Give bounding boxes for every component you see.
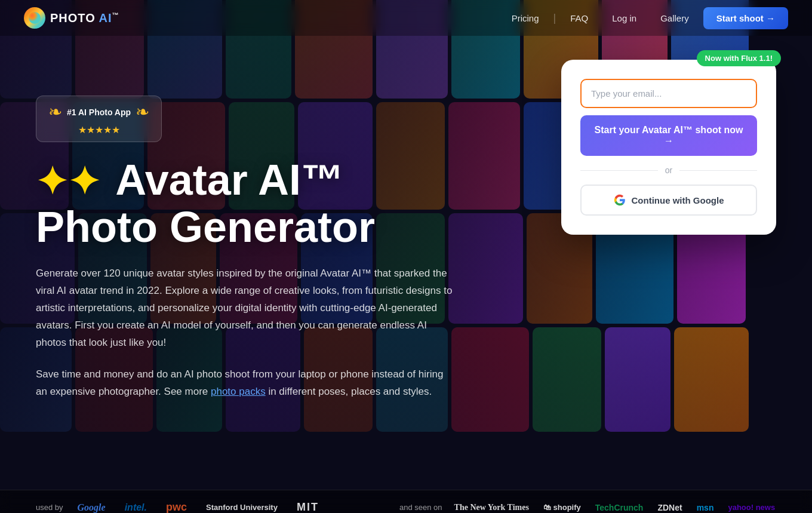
start-shoot-card-button[interactable]: Start your Avatar AI™ shoot now →	[580, 115, 757, 156]
svg-point-0	[29, 12, 41, 24]
or-divider: or	[580, 165, 757, 175]
hero-text-content: ❧ #1 AI Photo App ❧ ★★★★★ ✦✦ Avatar AI™ …	[0, 72, 513, 425]
logo-photo: PHOTO	[50, 11, 96, 24]
rating-stars: ★★★★★	[78, 124, 120, 136]
sparkle-icon: ✦✦	[36, 161, 100, 202]
secondary-suffix: in different poses, places and styles.	[266, 386, 432, 397]
hero-description: Generate over 120 unique avatar styles i…	[36, 265, 454, 351]
or-line-left	[580, 170, 658, 171]
nav-faq[interactable]: FAQ	[561, 8, 598, 28]
navigation: PHOTO AI™ Pricing | FAQ Log in Gallery S…	[0, 0, 812, 36]
nav-login[interactable]: Log in	[602, 8, 646, 28]
seen-techcrunch: TechCrunch	[595, 503, 644, 512]
google-btn-label: Continue with Google	[632, 195, 724, 205]
left-laurel: ❧	[48, 102, 62, 122]
award-badge: ❧ #1 AI Photo App ❧ ★★★★★	[36, 96, 162, 142]
nav-pricing[interactable]: Pricing	[502, 8, 549, 28]
badge-text: #1 AI Photo App	[67, 107, 131, 117]
logo-ai: AI	[96, 11, 112, 24]
seen-yahoo: yahoo! news	[728, 503, 775, 512]
nav-links: Pricing | FAQ Log in Gallery Start shoot…	[502, 7, 788, 29]
photo-packs-link[interactable]: photo packs	[211, 386, 266, 397]
google-icon	[614, 194, 626, 206]
flux-badge: Now with Flux 1.1!	[697, 50, 781, 66]
brand-google: Google	[78, 502, 106, 513]
right-laurel: ❧	[136, 102, 149, 122]
nav-sep-1: |	[553, 12, 556, 24]
brand-mit: MIT	[297, 501, 319, 513]
used-by-label: used by	[36, 503, 63, 512]
hero-secondary: Save time and money and do an AI photo s…	[36, 366, 454, 401]
email-input[interactable]	[580, 79, 757, 108]
logo-icon	[24, 7, 45, 29]
brand-logos: Google intel. pwc Stanford University MI…	[78, 501, 399, 513]
seen-shopify: 🛍 shopify	[543, 503, 581, 512]
start-shoot-button[interactable]: Start shoot →	[703, 7, 788, 29]
or-text: or	[665, 165, 672, 175]
hero-title: ✦✦ Avatar AI™ Photo Generator	[36, 156, 478, 251]
laurel-wrap: ❧ #1 AI Photo App ❧	[48, 102, 149, 122]
logo[interactable]: PHOTO AI™	[24, 7, 119, 29]
seen-zdnet: ZDNet	[657, 503, 682, 512]
or-line-right	[679, 170, 757, 171]
brands-bar: used by Google intel. pwc Stanford Unive…	[0, 490, 812, 513]
nav-gallery[interactable]: Gallery	[651, 8, 699, 28]
brand-intel: intel.	[125, 502, 147, 513]
brand-pwc: pwc	[166, 501, 187, 513]
award-badge-container: ❧ #1 AI Photo App ❧ ★★★★★	[36, 96, 478, 142]
seen-on-logos: The New York Times 🛍 shopify TechCrunch …	[454, 503, 776, 512]
brand-stanford: Stanford University	[206, 503, 278, 512]
google-signin-button[interactable]: Continue with Google	[580, 185, 757, 216]
seen-nyt: The New York Times	[454, 503, 529, 512]
seen-msn: msn	[697, 503, 714, 512]
signup-card: Now with Flux 1.1! Start your Avatar AI™…	[561, 60, 776, 235]
seen-on-label: and seen on	[399, 503, 442, 512]
logo-tm: ™	[112, 11, 119, 19]
